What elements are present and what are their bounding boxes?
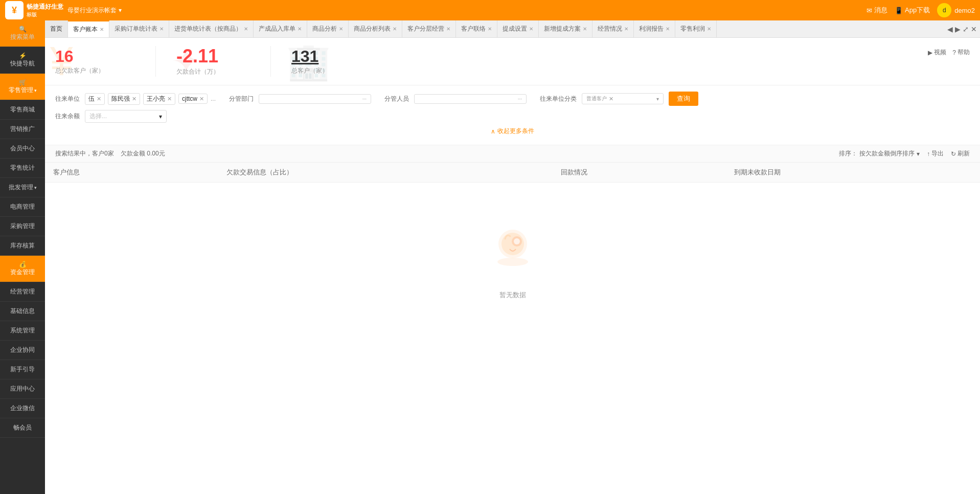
sidebar-item-retail-stats[interactable]: 零售统计: [0, 159, 45, 178]
filter-more-btn[interactable]: ...: [211, 95, 216, 102]
tab-customer-tier[interactable]: 客户分层经营 ✕: [402, 20, 456, 38]
sidebar-item-finance[interactable]: 💰 资金管理: [0, 256, 45, 282]
tab-operation-status[interactable]: 经营情况 ✕: [592, 20, 634, 38]
unit-type-remove[interactable]: ✕: [609, 96, 613, 102]
tab-product-analysis[interactable]: 商品分析 ✕: [307, 20, 349, 38]
tab-customer-capital[interactable]: 客户账本 ✕: [68, 20, 109, 38]
tab-home[interactable]: 首页: [45, 20, 68, 38]
quick-nav-icon: ⚡: [2, 52, 43, 59]
sidebar-item-retail-mall[interactable]: 零售商城: [0, 100, 45, 120]
empty-text: 暂无数据: [499, 290, 526, 300]
branch-dept-select[interactable]: ···: [259, 94, 371, 104]
tab-expand-btn[interactable]: ⤢: [963, 25, 969, 33]
sidebar-item-retail-mgmt[interactable]: 🛒 零售管理 ▾: [0, 74, 45, 100]
sidebar-item-sys[interactable]: 系统管理: [0, 321, 45, 341]
tab-close-customer-capital[interactable]: ✕: [100, 27, 104, 32]
video-btn[interactable]: ▶ 视频: [928, 48, 946, 57]
sidebar: 🔍 搜索菜单 ⚡ 快捷导航 🛒 零售管理 ▾ 零售商城 营销推广 会员中心 零售…: [0, 20, 45, 494]
tab-close-purchase-order[interactable]: ✕: [159, 26, 164, 32]
tag-cjttcw-remove[interactable]: ✕: [199, 96, 204, 102]
tab-new-raise-plan-label: 新增提成方案: [544, 25, 581, 33]
sidebar-item-marketing[interactable]: 营销推广: [0, 120, 45, 139]
filter-row-1: 往来单位 伍 ✕ 陈民强 ✕ 王小亮 ✕: [55, 92, 970, 106]
top-bar-right: ✉ 消息 📱 App下载 d demo2: [867, 3, 975, 17]
tab-product-analysis-list[interactable]: 商品分析列表 ✕: [349, 20, 402, 38]
tab-close-customer-tier[interactable]: ✕: [446, 26, 450, 32]
tag-wang-remove[interactable]: ✕: [167, 96, 172, 102]
tab-close-customer-contact[interactable]: ✕: [488, 26, 492, 32]
tab-purchase-stats[interactable]: 进货单统计表（按商品） ✕: [169, 20, 254, 38]
tab-raise-settings[interactable]: 提成设置 ✕: [497, 20, 539, 38]
marketing-label: 营销推广: [2, 125, 43, 133]
total-customers-number: 16: [55, 48, 104, 64]
tab-raise-settings-label: 提成设置: [503, 25, 527, 33]
search-result-text: 搜索结果中，客户0家: [55, 150, 114, 157]
app-download-btn[interactable]: 📱 App下载: [895, 6, 930, 15]
tag-wu-remove[interactable]: ✕: [97, 96, 101, 102]
account-dropdown[interactable]: 母婴行业演示帐套 ▾: [67, 6, 122, 15]
tab-close-profit-report[interactable]: ✕: [666, 26, 670, 32]
tag-cjttcw-text: cjttcw: [182, 95, 197, 102]
branch-person-select[interactable]: ···: [414, 94, 527, 104]
tab-customer-contact[interactable]: 客户联络 ✕: [456, 20, 497, 38]
collapse-btn[interactable]: ∧ 收起更多条件: [55, 127, 970, 136]
sidebar-item-enterprise-collab[interactable]: 企业协同: [0, 341, 45, 360]
tab-product-inbound-label: 产成品入库单: [259, 25, 295, 33]
refresh-btn[interactable]: ↻ 刷新: [951, 149, 970, 158]
unit-type-select[interactable]: 普通客户 ✕ ▾: [582, 93, 664, 104]
tab-close-new-raise-plan[interactable]: ✕: [583, 26, 587, 32]
member-center-label: 会员中心: [2, 144, 43, 153]
stat-block-total: 🏢 131 总客户（家）: [291, 46, 359, 77]
stat-block-debt: ✦ -2.11 欠款合计（万）: [176, 46, 250, 77]
tab-retail-profit[interactable]: 零售利润 ✕: [675, 20, 717, 38]
sidebar-item-new-guide[interactable]: 新手引导: [0, 360, 45, 379]
sidebar-item-member-center[interactable]: 会员中心: [0, 139, 45, 159]
sidebar-item-quick-nav[interactable]: ⚡ 快捷导航: [0, 47, 45, 74]
chevron-icon-wholesale: ▾: [34, 185, 37, 190]
tab-close-purchase-stats[interactable]: ✕: [244, 26, 248, 32]
tab-close-retail-profit[interactable]: ✕: [707, 26, 711, 32]
total-customers-label: 总欠款客户（家）: [55, 66, 104, 75]
message-btn[interactable]: ✉ 消息: [867, 6, 887, 15]
mobile-icon: 📱: [895, 7, 903, 14]
query-button[interactable]: 查询: [669, 92, 698, 106]
sidebar-item-basic-info[interactable]: 基础信息: [0, 302, 45, 321]
tab-product-inbound[interactable]: 产成品入库单 ✕: [254, 20, 307, 38]
sidebar-item-app-center[interactable]: 应用中心: [0, 379, 45, 399]
tab-profit-report[interactable]: 利润报告 ✕: [634, 20, 675, 38]
tab-prev-btn[interactable]: ◀: [947, 25, 953, 33]
branch-person-label: 分管人员: [384, 95, 409, 103]
tab-close-all-btn[interactable]: ✕: [971, 25, 977, 33]
unit-type-label: 往来单位分类: [540, 95, 577, 103]
sidebar-item-inventory[interactable]: 库存核算: [0, 236, 45, 256]
empty-state: 暂无数据: [45, 183, 980, 341]
chevron-unit-type: ▾: [656, 96, 659, 102]
export-btn[interactable]: ↑ 导出: [927, 149, 944, 158]
sidebar-item-wholesale-mgmt[interactable]: 批发管理 ▾: [0, 178, 45, 197]
sort-select[interactable]: 排序： 按欠款金额倒序排序 ▾: [839, 149, 920, 158]
tab-purchase-order[interactable]: 采购订单统计表 ✕: [109, 20, 169, 38]
tab-close-product-analysis[interactable]: ✕: [339, 26, 343, 32]
top-bar-left: ¥ 畅捷通好生意 标版 母婴行业演示帐套 ▾: [5, 1, 122, 19]
help-btn[interactable]: ? 帮助: [952, 48, 970, 57]
tab-close-raise-settings[interactable]: ✕: [529, 26, 533, 32]
avatar: d: [937, 3, 951, 17]
balance-select[interactable]: 选择... ▾: [85, 110, 167, 123]
tab-next-btn[interactable]: ▶: [955, 25, 961, 33]
sidebar-item-ops[interactable]: 经营管理: [0, 282, 45, 302]
col-debt-info: 欠款交易信息（占比）: [218, 163, 553, 183]
tab-close-product-inbound[interactable]: ✕: [298, 26, 302, 32]
user-area[interactable]: d demo2: [937, 3, 975, 17]
tab-new-raise-plan[interactable]: 新增提成方案 ✕: [539, 20, 592, 38]
tag-chen-remove[interactable]: ✕: [132, 96, 136, 102]
sidebar-item-ecommerce[interactable]: 电商管理: [0, 197, 45, 217]
results-summary: 搜索结果中，客户0家 欠款金额 0.00元: [55, 149, 165, 158]
sidebar-item-vip[interactable]: 畅会员: [0, 418, 45, 438]
tab-customer-capital-label: 客户账本: [73, 25, 98, 34]
sidebar-item-enterprise-wechat[interactable]: 企业微信: [0, 399, 45, 418]
sidebar-item-search-menu[interactable]: 🔍 搜索菜单: [0, 20, 45, 47]
video-label: 视频: [934, 48, 946, 57]
sidebar-item-purchase[interactable]: 采购管理: [0, 217, 45, 236]
tab-close-operation-status[interactable]: ✕: [624, 26, 628, 32]
tab-close-product-analysis-list[interactable]: ✕: [393, 26, 397, 32]
